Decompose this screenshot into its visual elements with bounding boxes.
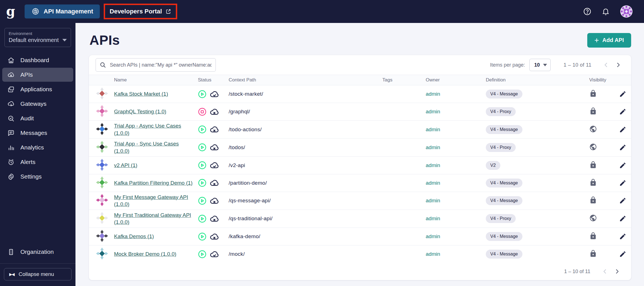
next-page-button-bottom[interactable] xyxy=(611,265,623,278)
user-avatar[interactable] xyxy=(620,5,633,18)
plus-icon: + xyxy=(595,36,599,44)
sidebar-item-dashboard[interactable]: Dashboard xyxy=(2,53,73,67)
sidebar-item-analytics[interactable]: Analytics xyxy=(2,140,73,154)
alarm-icon xyxy=(7,158,15,166)
status-started-icon xyxy=(198,250,207,259)
cloud-not-deployed-icon xyxy=(209,125,219,134)
api-avatar xyxy=(96,140,108,153)
status-stopped-icon xyxy=(198,107,207,116)
visibility-cell xyxy=(589,125,617,134)
sidebar-item-label: Analytics xyxy=(20,144,44,151)
status-started-icon xyxy=(198,196,207,205)
edit-pencil-icon xyxy=(619,197,626,204)
column-header-definition: Definition xyxy=(486,77,589,83)
api-name-link[interactable]: My First Traditional Gateway API (1.0.0) xyxy=(114,212,198,226)
previous-page-button[interactable] xyxy=(600,59,612,71)
owner: admin xyxy=(426,233,486,240)
api-name-link[interactable]: Kafka Stock Market (1) xyxy=(114,90,172,98)
items-per-page-select[interactable]: 10 xyxy=(529,59,551,71)
edit-api-button[interactable] xyxy=(617,177,628,189)
api-name-link[interactable]: Mock Broker Demo (1.0.0) xyxy=(114,250,180,258)
sidebar-item-apis[interactable]: APIs xyxy=(2,68,73,82)
sidebar-item-label: Messages xyxy=(20,130,47,136)
owner: admin xyxy=(426,180,486,186)
search-icon xyxy=(100,62,106,68)
bar-chart-icon xyxy=(7,144,15,151)
home-icon xyxy=(7,57,15,64)
search-input[interactable] xyxy=(96,58,216,72)
table-row: Kafka Demos (1)/kafka-demo/adminV4 - Mes… xyxy=(89,228,631,245)
sidebar-item-organization[interactable]: Organization xyxy=(2,245,73,259)
sidebar-item-audit[interactable]: Audit xyxy=(2,111,73,125)
cloud-not-deployed-icon xyxy=(209,196,219,206)
context-path: /kafka-demo/ xyxy=(229,233,382,240)
edit-api-button[interactable] xyxy=(617,88,628,100)
api-name-link[interactable]: My First Message Gateway API (1.0.0) xyxy=(114,194,198,208)
developers-portal-link[interactable]: Developers Portal xyxy=(110,8,162,15)
owner: admin xyxy=(426,215,486,222)
api-avatar xyxy=(96,247,108,260)
edit-api-button[interactable] xyxy=(617,231,628,242)
chat-icon xyxy=(7,129,15,137)
edit-api-button[interactable] xyxy=(617,142,628,153)
sidebar-item-messages[interactable]: Messages xyxy=(2,126,73,140)
sidebar-item-applications[interactable]: Applications xyxy=(2,82,73,96)
edit-api-button[interactable] xyxy=(617,160,628,171)
api-name-link[interactable]: v2 API (1) xyxy=(114,162,141,169)
api-name-link[interactable]: GraphQL Testing (1.0) xyxy=(114,108,170,115)
api-avatar xyxy=(96,105,108,118)
sidebar: Environment Default environment Dashboar… xyxy=(0,23,75,286)
table-row: Kafka Stock Market (1)/stock-market/admi… xyxy=(89,85,631,103)
sidebar-item-label: Gateways xyxy=(20,100,46,107)
collapse-menu-label: Collapse menu xyxy=(19,271,54,277)
context-path: /stock-market/ xyxy=(229,91,382,97)
table-body: Kafka Stock Market (1)/stock-market/admi… xyxy=(89,85,631,263)
context-path: /todos/ xyxy=(229,144,382,151)
cloud-download-icon xyxy=(7,100,15,108)
visibility-cell xyxy=(589,250,617,259)
status-cell xyxy=(198,160,229,170)
sidebar-item-gateways[interactable]: Gateways xyxy=(2,97,73,111)
table-row: Mock Broker Demo (1.0.0)/mock/adminV4 - … xyxy=(89,245,631,263)
edit-api-button[interactable] xyxy=(617,106,628,117)
notifications-bell-icon[interactable] xyxy=(602,7,610,16)
globe-icon xyxy=(589,125,597,133)
cloud-not-deployed-icon xyxy=(209,107,219,117)
gravitee-logo[interactable]: g xyxy=(2,6,20,17)
edit-pencil-icon xyxy=(619,126,626,133)
api-management-button[interactable]: API Management xyxy=(25,4,100,18)
edit-api-button[interactable] xyxy=(617,124,628,135)
definition-badge: V2 xyxy=(486,161,500,170)
api-name-link[interactable]: Trial App - Async Use Cases (1.0.0) xyxy=(114,122,198,137)
previous-page-button-bottom[interactable] xyxy=(599,265,611,278)
status-cell xyxy=(198,214,229,224)
table-row: My First Message Gateway API (1.0.0)/qs-… xyxy=(89,192,631,210)
add-api-button[interactable]: + Add API xyxy=(587,33,631,48)
api-name-link[interactable]: Trial App - Sync Use Cases (1.0.0) xyxy=(114,140,198,154)
status-started-icon xyxy=(198,214,207,223)
api-name-link[interactable]: Kafka Partition Filtering Demo (1) xyxy=(114,179,196,187)
edit-api-button[interactable] xyxy=(617,249,628,260)
next-page-button[interactable] xyxy=(612,59,624,71)
help-icon[interactable] xyxy=(583,7,591,16)
edit-api-button[interactable] xyxy=(617,213,628,224)
edit-pencil-icon xyxy=(619,90,626,98)
status-started-icon xyxy=(198,125,207,134)
table-toolbar: Items per page: 10 1 – 10 of 11 xyxy=(89,55,631,75)
edit-api-button[interactable] xyxy=(617,195,628,206)
column-header-context-path: Context Path xyxy=(229,77,382,83)
applications-icon xyxy=(7,86,15,93)
collapse-menu-button[interactable]: ▶◀ Collapse menu xyxy=(4,268,72,280)
definition-badge: V4 - Message xyxy=(486,196,522,205)
visibility-cell xyxy=(589,143,617,152)
lock-icon xyxy=(589,107,597,115)
sidebar-item-alerts[interactable]: Alerts xyxy=(2,155,73,169)
api-name-link[interactable]: Kafka Demos (1) xyxy=(114,233,158,240)
context-path: /qs-traditional-api/ xyxy=(229,215,382,222)
sidebar-item-settings[interactable]: Settings xyxy=(2,170,73,184)
apis-table-card: Items per page: 10 1 – 10 of 11 Name Sta… xyxy=(89,55,631,280)
chevron-right-icon xyxy=(614,268,620,275)
lock-icon xyxy=(589,196,597,204)
environment-select[interactable]: Environment Default environment xyxy=(4,28,71,47)
cloud-deployed-icon xyxy=(209,249,219,259)
